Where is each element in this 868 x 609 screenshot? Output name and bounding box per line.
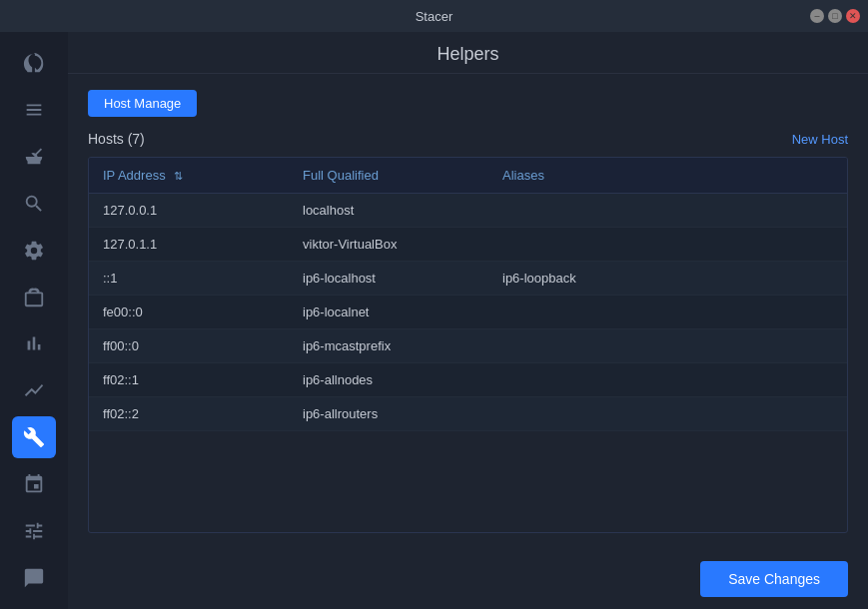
hosts-table: IP Address ⇅ Full Qualified Aliases	[89, 158, 847, 431]
title-bar: Stacer – □ ✕	[0, 0, 868, 32]
sidebar-item-uninstaller[interactable]	[12, 276, 56, 318]
content-area: Helpers Host Manage Hosts (7) New Host	[68, 32, 868, 609]
sidebar-item-dashboard[interactable]	[12, 42, 56, 85]
tab-host-manage[interactable]: Host Manage	[88, 90, 197, 117]
cell-ip: 127.0.0.1	[89, 194, 289, 228]
new-host-link[interactable]: New Host	[792, 132, 848, 147]
tab-row: Host Manage	[88, 90, 848, 117]
table-row[interactable]: fe00::0ip6-localnet	[89, 296, 847, 329]
content-inner: Host Manage Hosts (7) New Host IP Addres…	[68, 74, 868, 549]
table-row[interactable]: ff02::2ip6-allrouters	[89, 397, 847, 431]
cell-aliases	[488, 329, 847, 363]
table-header-row: IP Address ⇅ Full Qualified Aliases	[89, 158, 847, 194]
window-title: Stacer	[416, 9, 453, 24]
sort-icon: ⇅	[174, 170, 183, 183]
sidebar-item-terminal[interactable]	[12, 556, 56, 599]
cell-fqdn: ip6-localnet	[289, 296, 488, 329]
sidebar-item-search[interactable]	[12, 182, 56, 225]
sidebar-item-stats[interactable]	[12, 369, 56, 412]
cell-aliases	[488, 194, 847, 228]
cell-ip: 127.0.1.1	[89, 228, 289, 262]
cell-aliases	[488, 397, 847, 431]
hosts-count: Hosts (7)	[88, 131, 145, 147]
col-aliases: Aliases	[488, 158, 847, 194]
close-button[interactable]: ✕	[846, 9, 860, 23]
sidebar-item-tweaks[interactable]	[12, 509, 56, 552]
cell-fqdn: ip6-localhost	[289, 262, 488, 296]
cell-aliases	[488, 296, 847, 329]
cell-ip: ::1	[89, 262, 289, 296]
cell-fqdn: ip6-allnodes	[289, 363, 488, 397]
table-row[interactable]: ::1ip6-localhostip6-loopback	[89, 262, 847, 296]
cell-ip: fe00::0	[89, 296, 289, 329]
cell-ip: ff00::0	[89, 329, 289, 363]
main-layout: Helpers Host Manage Hosts (7) New Host	[0, 32, 868, 609]
page-title: Helpers	[88, 44, 848, 65]
table-row[interactable]: ff00::0ip6-mcastprefix	[89, 329, 847, 363]
cell-aliases	[488, 363, 847, 397]
sidebar-item-resources[interactable]	[12, 322, 56, 365]
sidebar	[0, 32, 68, 609]
table-row[interactable]: ff02::1ip6-allnodes	[89, 363, 847, 397]
sidebar-item-packages[interactable]	[12, 462, 56, 505]
save-changes-button[interactable]: Save Changes	[700, 561, 848, 597]
page-header: Helpers	[68, 32, 868, 74]
cell-aliases: ip6-loopback	[488, 262, 847, 296]
cell-ip: ff02::1	[89, 363, 289, 397]
hosts-table-container: IP Address ⇅ Full Qualified Aliases	[88, 157, 848, 533]
sidebar-item-services[interactable]	[12, 229, 56, 272]
table-row[interactable]: 127.0.0.1localhost	[89, 194, 847, 228]
sidebar-item-cleaner[interactable]	[12, 136, 56, 179]
col-full-qualified: Full Qualified	[289, 158, 488, 194]
footer-bar: Save Changes	[68, 549, 868, 609]
window-controls: – □ ✕	[810, 9, 860, 23]
table-body: 127.0.0.1localhost127.0.1.1viktor-Virtua…	[89, 194, 847, 431]
cell-fqdn: viktor-VirtualBox	[289, 228, 488, 262]
minimize-button[interactable]: –	[810, 9, 824, 23]
cell-fqdn: localhost	[289, 194, 488, 228]
hosts-bar: Hosts (7) New Host	[88, 131, 848, 147]
table-row[interactable]: 127.0.1.1viktor-VirtualBox	[89, 228, 847, 262]
sidebar-item-helpers[interactable]	[12, 416, 56, 459]
sidebar-item-apps[interactable]	[12, 89, 56, 132]
cell-fqdn: ip6-allrouters	[289, 397, 488, 431]
cell-aliases	[488, 228, 847, 262]
cell-fqdn: ip6-mcastprefix	[289, 329, 488, 363]
main-window: Stacer – □ ✕	[0, 0, 868, 609]
col-ip-address[interactable]: IP Address ⇅	[89, 158, 289, 194]
maximize-button[interactable]: □	[828, 9, 842, 23]
cell-ip: ff02::2	[89, 397, 289, 431]
